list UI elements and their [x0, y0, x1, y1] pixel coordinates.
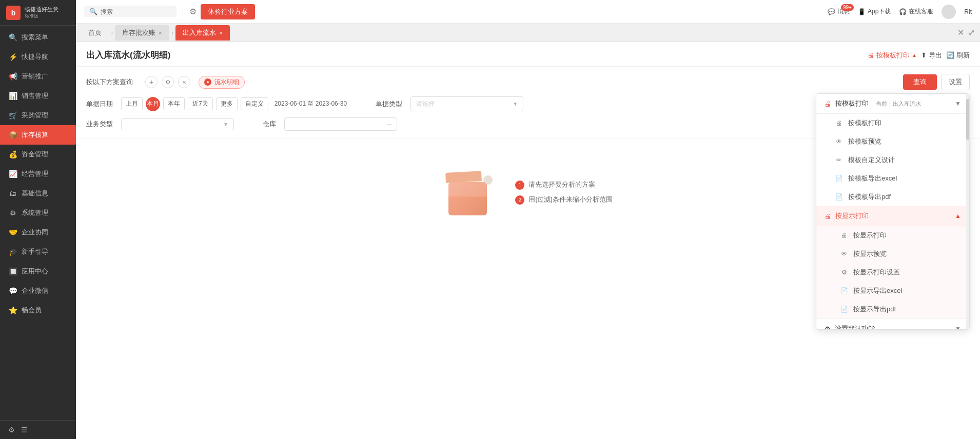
default-function-section: ⚙ 设置默认功能 ▼ [816, 318, 969, 329]
setting-btn[interactable]: 设置 [941, 74, 970, 90]
dropdown-item-display-preview[interactable]: 👁 按显示预览 [816, 245, 969, 263]
refresh-btn[interactable]: 🔄 刷新 [946, 51, 970, 60]
filter-doc-type-label: 单据类型 [376, 99, 402, 109]
tab-batch-account[interactable]: 库存批次账 × [115, 25, 169, 41]
filter-flow-tag[interactable]: ● 流水明细 [199, 76, 245, 89]
dp2-pdf-icon: 📄 [840, 305, 848, 313]
sidebar-item-label: 库存核算 [22, 130, 48, 139]
dropdown-item-display-print[interactable]: 🖨 按显示打印 [816, 226, 969, 245]
app-download-btn[interactable]: 📱 App下载 [858, 7, 891, 16]
filter-actions: + ⚙ « [145, 76, 190, 88]
tab-close-all-icon[interactable]: ✕ [957, 28, 964, 37]
sidebar-item-sales[interactable]: 📊 销售管理 [0, 86, 76, 106]
default-function-arrow: ▼ [955, 325, 961, 329]
quick-nav-icon: ⚡ [8, 52, 17, 62]
export-icon: ⬆ [921, 51, 927, 59]
dropdown-item-display-export-excel[interactable]: 📄 按显示导出excel [816, 282, 969, 300]
filter-row-1: 按以下方案查询 + ⚙ « ● 流水明细 查询 设置 [86, 74, 970, 90]
sidebar-item-purchase[interactable]: 🛒 采购管理 [0, 106, 76, 125]
sidebar-item-guide[interactable]: 🎓 新手引导 [0, 242, 76, 262]
tab-maximize-icon[interactable]: ⤢ [968, 28, 975, 37]
search-input[interactable] [101, 8, 162, 15]
dropdown-item-display-export-pdf[interactable]: 📄 按显示导出pdf [816, 300, 969, 318]
dropdown-item-template-export-pdf[interactable]: 📄 按模板导出pdf [816, 188, 969, 206]
date-btn-last-7-days[interactable]: 近7天 [188, 97, 213, 110]
sidebar-menu-icon[interactable]: ☰ [21, 426, 28, 434]
sidebar-item-label: 经营管理 [22, 169, 48, 178]
template-print-section: 🖨 按模板打印 👁 按模板预览 ✏ 模板自定义设计 📄 按模板导出excel [816, 114, 969, 206]
sidebar-item-quick-nav[interactable]: ⚡ 快捷导航 [0, 47, 76, 67]
tabbar: 首页 › 库存批次账 × › 出入库流水 × ✕ ⤢ [76, 24, 980, 42]
dropdown-header[interactable]: 🖨 按模板打印 当前：出入库流水 ▼ [816, 94, 969, 114]
default-function-header[interactable]: ⚙ 设置默认功能 ▼ [816, 318, 969, 329]
member-icon: ⭐ [8, 306, 17, 315]
dp2-preview-icon: 👁 [840, 250, 848, 258]
dropdown-header-arrow: ▼ [955, 100, 961, 107]
tab-batch-account-close[interactable]: × [159, 30, 162, 36]
filter-settings-btn[interactable]: ⚙ [162, 76, 174, 88]
sidebar-item-member[interactable]: ⭐ 畅会员 [0, 301, 76, 320]
sidebar-item-wechat[interactable]: 💬 企业微信 [0, 281, 76, 301]
query-btn[interactable]: 查询 [903, 74, 937, 90]
sidebar-item-label: 快捷导航 [22, 52, 48, 62]
filter-biz-type-select[interactable]: ▼ [121, 118, 234, 130]
filter-warehouse-select[interactable]: ··· [284, 117, 397, 131]
dp2-settings-icon: ⚙ [840, 268, 848, 276]
sidebar-item-search[interactable]: 🔍 搜索菜单 [0, 28, 76, 47]
dropdown-item-display-print-settings[interactable]: ⚙ 按显示打印设置 [816, 263, 969, 282]
tab-home[interactable]: 首页 [81, 25, 109, 41]
enterprise-icon: 🤝 [8, 228, 17, 237]
sidebar-item-operations[interactable]: 📈 经营管理 [0, 164, 76, 184]
sidebar-item-label: 采购管理 [22, 111, 48, 120]
online-service-btn[interactable]: 🎧 在线客服 [899, 7, 933, 16]
system-icon: ⚙ [8, 208, 17, 217]
date-btn-current-month[interactable]: 本月 [146, 97, 160, 111]
username[interactable]: Rit [964, 8, 972, 15]
dropdown-item-template-preview[interactable]: 👁 按模板预览 [816, 132, 969, 151]
date-btn-more[interactable]: 更多 [216, 97, 238, 110]
sidebar-item-marketing[interactable]: 📢 营销推广 [0, 67, 76, 86]
sidebar-settings-icon[interactable]: ⚙ [8, 426, 15, 434]
display-print-section-header[interactable]: 🖨 按显示打印 ▲ [816, 206, 969, 226]
topbar-gear-icon[interactable]: ⚙ [189, 7, 197, 16]
template-print-icon: 🖨 [868, 51, 874, 59]
sidebar-item-label: 营销推广 [22, 72, 48, 81]
dropdown-scrollbar-thumb[interactable] [966, 99, 969, 140]
dp-excel-icon: 📄 [835, 174, 843, 183]
export-btn[interactable]: ⬆ 导出 [921, 51, 942, 60]
filter-collapse-btn[interactable]: « [178, 76, 190, 88]
template-print-btn[interactable]: 🖨 按模板打印 ▲ [868, 51, 917, 60]
date-btn-current-year[interactable]: 本年 [163, 97, 185, 110]
industry-btn[interactable]: 体验行业方案 [201, 4, 255, 19]
sidebar-item-app-center[interactable]: 🔲 应用中心 [0, 262, 76, 281]
date-btn-custom[interactable]: 自定义 [241, 97, 268, 110]
filter-add-btn[interactable]: + [145, 76, 158, 88]
search-icon: 🔍 [8, 33, 17, 42]
dropdown-item-template-print[interactable]: 🖨 按模板打印 [816, 114, 969, 132]
sidebar-item-system[interactable]: ⚙ 系统管理 [0, 203, 76, 223]
page-header: 出入库流水(流水明细) 🖨 按模板打印 ▲ ⬆ 导出 🔄 刷新 [76, 42, 980, 67]
dp-print-icon: 🖨 [835, 119, 843, 127]
tab-in-out-flow[interactable]: 出入库流水 × [175, 25, 229, 41]
sidebar-item-enterprise[interactable]: 🤝 企业协同 [0, 223, 76, 242]
dropdown-item-template-custom[interactable]: ✏ 模板自定义设计 [816, 151, 969, 169]
tabbar-right: ✕ ⤢ [957, 28, 975, 37]
sidebar-item-finance[interactable]: 💰 资金管理 [0, 145, 76, 164]
purchase-icon: 🛒 [8, 111, 17, 120]
dropdown-scrollbar[interactable] [966, 94, 969, 329]
filter-tag-icon: ● [204, 78, 211, 86]
sidebar-item-inventory[interactable]: 📦 库存核算 [0, 125, 76, 145]
messages-btn[interactable]: 💬 消息 99+ [828, 7, 850, 16]
dropdown-item-template-export-excel[interactable]: 📄 按模板导出excel [816, 169, 969, 188]
display-print-section: 🖨 按显示打印 ▲ 🖨 按显示打印 👁 按显示预览 ⚙ [816, 206, 969, 318]
dropdown-panel: 🖨 按模板打印 当前：出入库流水 ▼ 🖨 按模板打印 👁 按模板预览 [816, 93, 970, 330]
date-btn-last-month[interactable]: 上月 [121, 97, 143, 110]
filter-doc-type-select[interactable]: 请选择 ▼ [410, 96, 523, 111]
dp-preview-icon: 👁 [835, 137, 843, 146]
sidebar-item-basic[interactable]: 🗂 基础信息 [0, 184, 76, 203]
topbar-divider [183, 7, 183, 17]
avatar[interactable] [942, 5, 956, 19]
tab-in-out-flow-close[interactable]: × [219, 30, 222, 36]
topbar-search-box[interactable]: 🔍 [84, 6, 177, 17]
wechat-icon: 💬 [8, 286, 17, 295]
